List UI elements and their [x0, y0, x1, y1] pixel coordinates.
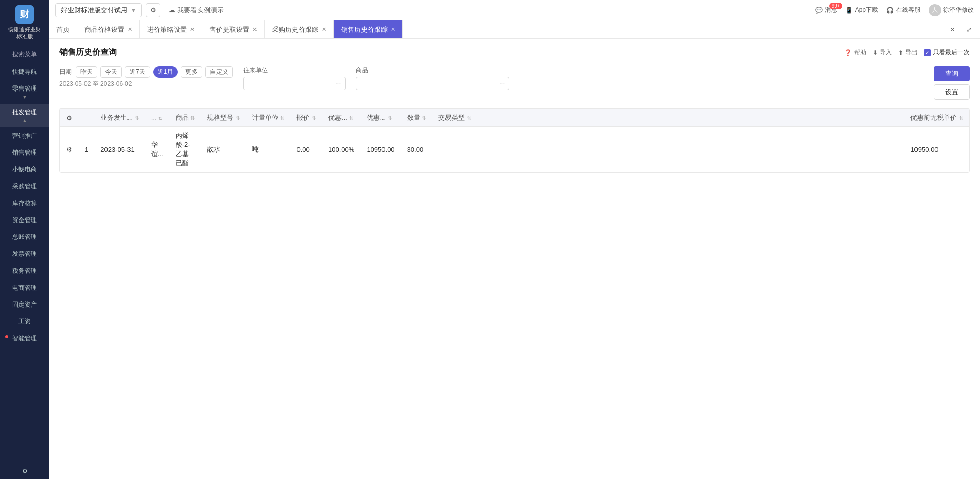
app-logo: 财 畅捷通好业财标准版: [0, 0, 49, 46]
col-spec[interactable]: 规格型号 ⇅: [201, 109, 246, 127]
tab-sale-price[interactable]: 售价提取设置 ✕: [202, 20, 265, 38]
demo-link[interactable]: ☁ 我要看实例演示: [168, 6, 224, 15]
import-button[interactable]: ⬇ 导入: [872, 48, 892, 57]
app-download-button[interactable]: 📱 App下载: [845, 6, 878, 14]
sidebar-item-quicknav[interactable]: 快捷导航: [0, 63, 49, 80]
sidebar-search[interactable]: 搜索菜单: [0, 46, 49, 63]
sort-icon: ⇅: [349, 115, 353, 121]
date-custom[interactable]: 自定义: [205, 66, 233, 78]
sort-icon: ⇅: [312, 115, 316, 121]
date-range: 2023-05-02 至 2023-06-02: [59, 80, 233, 89]
product-input[interactable]: ···: [356, 77, 509, 90]
sidebar-item-tax[interactable]: 税务管理: [0, 263, 49, 279]
close-tab-button[interactable]: ✕: [945, 23, 960, 37]
tab-purchase-history[interactable]: 采购历史价跟踪 ✕: [265, 20, 334, 38]
col-price[interactable]: 报价 ⇅: [290, 109, 322, 127]
sort-icon: ⇅: [422, 115, 426, 121]
sidebar-item-marketing[interactable]: 营销推广: [0, 127, 49, 144]
avatar: 人: [929, 4, 941, 16]
sidebar-item-finance[interactable]: 资金管理: [0, 212, 49, 229]
row-qty: 30.00: [401, 127, 433, 172]
col-gear[interactable]: ⚙: [60, 109, 78, 127]
tabbar: 首页 商品价格设置 ✕ 进价策略设置 ✕ 售价提取设置 ✕ 采购历史价跟踪 ✕ …: [49, 20, 980, 39]
help-icon: ❓: [844, 49, 852, 56]
date-last7[interactable]: 近7天: [125, 66, 150, 78]
date-today[interactable]: 今天: [100, 66, 122, 78]
close-icon[interactable]: ✕: [252, 26, 257, 33]
sidebar-settings-button[interactable]: ⚙: [0, 464, 49, 479]
row-trade-type: [432, 127, 477, 172]
page-title: 销售历史价查询: [59, 47, 117, 58]
online-service-button[interactable]: 🎧 在线客服: [886, 6, 921, 14]
tab-selector[interactable]: 好业财标准版交付试用 ▼: [55, 3, 142, 17]
close-icon[interactable]: ✕: [127, 26, 132, 33]
col-trade-type[interactable]: 交易类型 ⇅: [432, 109, 477, 127]
row-more: 华谊...: [145, 127, 169, 172]
date-more[interactable]: 更多: [181, 66, 202, 78]
tab-strategy[interactable]: 进价策略设置 ✕: [140, 20, 202, 38]
col-date[interactable]: 业务发生... ⇅: [94, 109, 144, 127]
sidebar-item-retail[interactable]: 零售管理 ▼: [0, 80, 49, 104]
source-input[interactable]: ···: [243, 77, 346, 90]
date-last1m[interactable]: 近1月: [153, 66, 178, 78]
col-qty[interactable]: 数量 ⇅: [401, 109, 433, 127]
product-label: 商品: [356, 66, 509, 75]
sidebar-item-assets[interactable]: 固定资产: [0, 296, 49, 313]
row-discount-amt: 10950.00: [360, 127, 400, 172]
chevron-down-icon: ▼: [131, 7, 136, 13]
col-unit[interactable]: 计量单位 ⇅: [246, 109, 291, 127]
row-gear[interactable]: ⚙: [60, 127, 78, 172]
data-table-container: ⚙ 业务发生... ⇅ ... ⇅ 商品 ⇅: [59, 108, 970, 173]
close-icon[interactable]: ✕: [391, 26, 395, 33]
topbar-settings-icon[interactable]: ⚙: [146, 3, 160, 17]
query-button[interactable]: 查询: [934, 66, 970, 81]
col-discount-amt[interactable]: 优惠... ⇅: [360, 109, 400, 127]
messages-button[interactable]: 💬 消息 99+: [815, 6, 837, 14]
help-button[interactable]: ❓ 帮助: [844, 48, 866, 57]
sidebar-item-smart[interactable]: 智能管理: [0, 330, 49, 347]
sidebar-item-ecom-small[interactable]: 小畅电商: [0, 161, 49, 178]
sidebar-item-salary[interactable]: 工资: [0, 313, 49, 330]
headset-icon: 🎧: [886, 7, 894, 14]
sort-icon: ⇅: [280, 115, 284, 121]
maximize-tab-button[interactable]: ⤢: [962, 23, 976, 37]
date-yesterday[interactable]: 昨天: [76, 66, 97, 78]
page-header-actions: ❓ 帮助 ⬇ 导入 ⬆ 导出 ✓ 只看最后一次: [844, 48, 970, 57]
row-spec: 散水: [201, 127, 246, 172]
checkbox-icon: ✓: [924, 49, 931, 56]
sidebar-item-sales[interactable]: 销售管理: [0, 144, 49, 161]
source-field: 往来单位 ···: [243, 66, 346, 90]
logo-icon: 财: [15, 5, 34, 24]
col-tax-price[interactable]: 优惠前无税单价 ⇅: [904, 109, 969, 127]
source-dots[interactable]: ···: [335, 79, 342, 88]
product-dots[interactable]: ···: [499, 79, 505, 88]
settings-button[interactable]: 设置: [934, 84, 970, 100]
source-input-field[interactable]: [248, 80, 335, 87]
page-content: 销售历史价查询 ❓ 帮助 ⬇ 导入 ⬆ 导出 ✓ 只看最后一次: [49, 39, 980, 479]
sidebar-item-ledger[interactable]: 总账管理: [0, 229, 49, 246]
tab-home[interactable]: 首页: [49, 20, 77, 38]
col-discount-pct[interactable]: 优惠... ⇅: [322, 109, 360, 127]
sidebar-item-invoice[interactable]: 发票管理: [0, 246, 49, 263]
tab-sales-history[interactable]: 销售历史价跟踪 ✕: [334, 20, 403, 38]
sidebar-item-ecom[interactable]: 电商管理: [0, 279, 49, 296]
only-last-checkbox[interactable]: ✓ 只看最后一次: [924, 48, 970, 57]
user-menu[interactable]: 人 徐泽华修改: [929, 4, 974, 16]
col-product[interactable]: 商品 ⇅: [169, 109, 201, 127]
col-more[interactable]: ... ⇅: [145, 109, 169, 127]
messages-badge: 99+: [829, 3, 842, 9]
close-icon[interactable]: ✕: [322, 26, 326, 33]
product-input-field[interactable]: [360, 80, 499, 87]
export-button[interactable]: ⬆ 导出: [898, 48, 918, 57]
tab-price[interactable]: 商品价格设置 ✕: [77, 20, 140, 38]
sidebar-item-purchase[interactable]: 采购管理: [0, 178, 49, 195]
product-field: 商品 ···: [356, 66, 509, 90]
row-product: 丙烯酸-2-乙基已酯: [169, 127, 201, 172]
sidebar-item-wholesale[interactable]: 批发管理 ▲: [0, 104, 49, 127]
close-icon[interactable]: ✕: [190, 26, 195, 33]
message-icon: 💬: [815, 7, 823, 14]
date-field: 日期 昨天 今天 近7天 近1月 更多 自定义 2023-05-02 至 202…: [59, 66, 233, 89]
search-actions: 查询 设置: [934, 66, 970, 100]
table-row: ⚙ 1 2023-05-31 华谊... 丙烯酸-2-乙基已酯 散水 吨 0.0…: [60, 127, 969, 172]
sidebar-item-inventory[interactable]: 库存核算: [0, 195, 49, 212]
